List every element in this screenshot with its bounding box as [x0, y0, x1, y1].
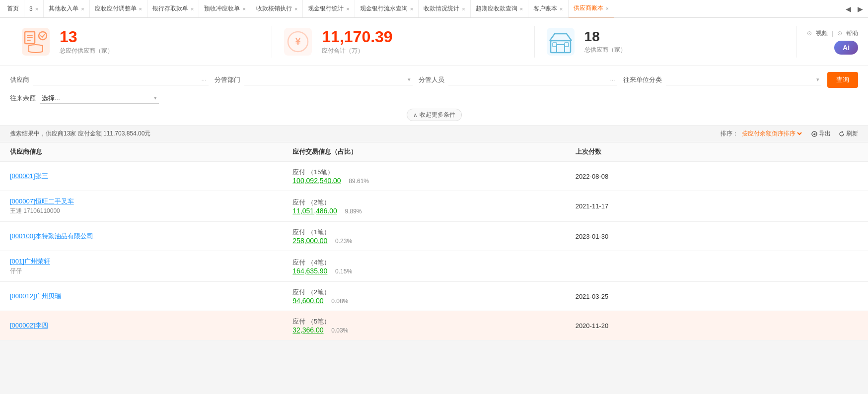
nav-tab-ar-adjust[interactable]: 应收应付调整单 × — [90, 0, 147, 18]
person-input-wrap: ··· — [448, 74, 617, 85]
nav-tab-prepay[interactable]: 预收冲应收单 × — [199, 0, 251, 18]
chevron-up-icon: ∧ — [413, 112, 418, 119]
payable-cell: 应付 （2笔） 11,051,486.00 9.89% — [292, 198, 575, 215]
payable-cell: 应付 （5笔） 32,366.00 0.03% — [292, 317, 575, 334]
payable-percent: 0.23% — [335, 238, 352, 245]
col-supplier-info: 供应商信息 — [10, 147, 292, 156]
payable-amount[interactable]: 164,635.90 — [292, 267, 327, 275]
collapse-button[interactable]: ∧ 收起更多条件 — [407, 109, 462, 121]
supplier-link[interactable]: [000100]本特勤油品有限公司 — [10, 232, 93, 240]
payable-amount[interactable]: 100,092,540.00 — [292, 177, 341, 185]
person-label: 分管人员 — [419, 75, 444, 84]
payable-suppliers-number: 13 — [60, 29, 113, 45]
close-icon[interactable]: × — [294, 6, 297, 12]
nav-tab-home[interactable]: 首页 — [2, 0, 24, 18]
help-link[interactable]: 帮助 — [846, 29, 858, 38]
nav-tab-bank[interactable]: 银行存取款单 × — [147, 0, 199, 18]
nav-tab-supplier-ledger[interactable]: 供应商账本 × — [569, 0, 614, 18]
payable-amount[interactable]: 11,051,486.00 — [292, 207, 337, 215]
payable-suppliers-label: 总应付供应商（家） — [60, 47, 113, 55]
nav-tab-overdue[interactable]: 超期应收款查询 × — [471, 0, 528, 18]
supplier-cell: [001]广州荣轩 仔仔 — [10, 257, 292, 275]
supplier-cell: [000012]广州贝瑞 — [10, 292, 292, 301]
nav-prev-button[interactable]: ◀ — [842, 0, 854, 18]
balance-select[interactable]: 选择... — [40, 93, 159, 103]
close-icon[interactable]: × — [139, 6, 142, 12]
export-button[interactable]: 导出 — [811, 130, 831, 138]
supplier-field: 供应商 ··· — [10, 74, 209, 85]
collapse-bar: ∧ 收起更多条件 — [10, 109, 858, 121]
payable-total-label: 应付合计（万） — [322, 47, 392, 55]
category-field: 往来单位分类 ▾ — [623, 74, 822, 85]
close-icon[interactable]: × — [520, 6, 523, 12]
payable-amount[interactable]: 32,366.00 — [292, 326, 323, 334]
close-icon[interactable]: × — [242, 6, 245, 12]
total-suppliers-label: 总供应商（家） — [584, 46, 626, 54]
supplier-input-wrap: ··· — [33, 74, 209, 85]
nav-tab-other-income[interactable]: 其他收入单 × — [44, 0, 89, 18]
supplier-sub: 王通 17106110000 — [10, 207, 292, 215]
payable-amount[interactable]: 94,600.00 — [292, 297, 323, 305]
nav-tab-customer-ledger[interactable]: 客户账本 × — [528, 0, 568, 18]
dept-label: 分管部门 — [215, 75, 240, 84]
close-icon[interactable]: × — [346, 6, 349, 12]
video-link[interactable]: 视频 — [816, 29, 828, 38]
last-pay-cell: 2020-11-20 — [576, 322, 858, 329]
supplier-input[interactable] — [33, 74, 209, 85]
close-icon[interactable]: × — [560, 6, 563, 12]
supplier-link[interactable]: [000007]恒旺二手叉车 — [10, 197, 74, 205]
close-icon[interactable]: × — [191, 6, 194, 12]
payable-count: 应付 （4笔） — [292, 258, 575, 267]
nav-tab-cash-flow[interactable]: 现金银行流水查询 × — [355, 0, 419, 18]
sort-select[interactable]: 按应付余额倒序排序 按应付余额升序排序 按最新付款日期排序 — [740, 130, 803, 137]
refresh-button[interactable]: 刷新 — [839, 130, 858, 138]
dept-select-wrap: ▾ — [244, 74, 413, 85]
supplier-link[interactable]: [001]广州荣轩 — [10, 258, 50, 265]
ai-badge[interactable]: Ai — [834, 41, 858, 55]
supplier-link[interactable]: [000001]张三 — [10, 172, 48, 180]
top-navigation: 首页 3 × 其他收入单 × 应收应付调整单 × 银行存取款单 × 预收冲应收单… — [0, 0, 868, 18]
svg-text:¥: ¥ — [295, 36, 301, 47]
result-bar: 搜索结果中，供应商13家 应付金额 111,703,854.00元 排序： 按应… — [0, 126, 868, 142]
nav-tab-cash-stat[interactable]: 现金银行统计 × — [303, 0, 355, 18]
payable-suppliers-icon — [20, 26, 52, 58]
sort-label: 排序： 按应付余额倒序排序 按应付余额升序排序 按最新付款日期排序 — [721, 130, 803, 138]
result-summary: 搜索结果中，供应商13家 应付金额 111,703,854.00元 — [10, 130, 150, 138]
person-input[interactable] — [448, 74, 617, 85]
table-row: [001]广州荣轩 仔仔 应付 （4笔） 164,635.90 0.15% — [0, 251, 868, 282]
balance-field: 往来余额 选择... ▾ — [10, 93, 159, 104]
close-icon[interactable]: × — [410, 6, 413, 12]
close-icon[interactable]: × — [81, 6, 84, 12]
table-row: [000007]恒旺二手叉车 王通 17106110000 应付 （2笔） 11… — [0, 191, 868, 222]
svg-rect-3 — [27, 37, 33, 38]
stats-header: 13 总应付供应商（家） ¥ 11,170.39 应付合计（万） — [0, 18, 868, 66]
payable-count: 应付 （5笔） — [292, 317, 575, 326]
dept-select[interactable] — [244, 74, 413, 85]
supplier-cell: [000002]李四 — [10, 321, 292, 330]
nav-tab-3[interactable]: 3 × — [24, 0, 44, 18]
person-field: 分管人员 ··· — [419, 74, 617, 85]
supplier-link[interactable]: [000002]李四 — [10, 322, 48, 329]
payable-amount[interactable]: 258,000.00 — [292, 237, 327, 245]
category-select[interactable] — [666, 74, 822, 85]
person-dots-icon[interactable]: ··· — [610, 76, 615, 83]
payable-cell: 应付 （2笔） 94,600.00 0.08% — [292, 288, 575, 305]
nav-tab-collection[interactable]: 收款核销执行 × — [251, 0, 303, 18]
close-icon[interactable]: × — [35, 6, 38, 12]
header-actions: ⊙ 视频 | ⊙ 帮助 Ai — [797, 29, 858, 55]
supplier-cell: [000100]本特勤油品有限公司 — [10, 232, 292, 241]
supplier-dots-icon[interactable]: ··· — [201, 76, 206, 83]
supplier-cell: [000001]张三 — [10, 172, 292, 181]
nav-next-button[interactable]: ▶ — [854, 0, 866, 18]
table-row: [000012]广州贝瑞 应付 （2笔） 94,600.00 0.08% 202… — [0, 282, 868, 311]
close-icon[interactable]: × — [462, 6, 465, 12]
close-icon[interactable]: × — [606, 5, 609, 11]
stat-block-payable-total: ¥ 11,170.39 应付合计（万） — [272, 26, 534, 58]
payable-count: 应付 （15笔） — [292, 168, 575, 177]
payable-percent: 0.15% — [335, 268, 352, 275]
supplier-link[interactable]: [000012]广州贝瑞 — [10, 292, 61, 300]
total-suppliers-icon — [545, 26, 577, 58]
nav-tab-collection-stat[interactable]: 收款情况统计 × — [419, 0, 470, 18]
chevron-down-icon: ▾ — [816, 76, 819, 83]
query-button[interactable]: 查询 — [827, 72, 858, 88]
